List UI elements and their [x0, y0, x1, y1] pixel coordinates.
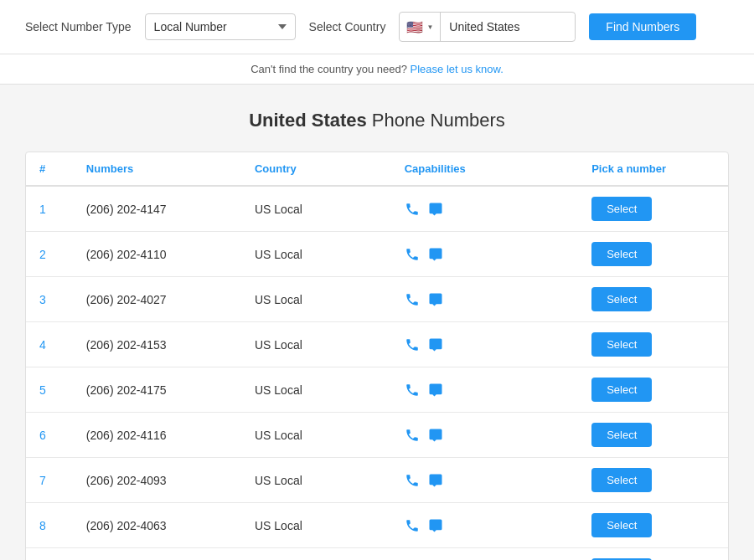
- row-pick: Select: [578, 367, 728, 413]
- row-country: US Local: [241, 232, 391, 277]
- row-country: US Local: [241, 458, 391, 503]
- flag-icon: 🇺🇸: [406, 19, 423, 35]
- row-index: 1: [26, 186, 73, 232]
- row-country: US Local: [241, 277, 391, 322]
- row-number: (206) 202-4063: [73, 503, 241, 548]
- row-capabilities: [391, 503, 578, 548]
- table-row: 9 (206) 202-3931 US Local: [26, 548, 728, 561]
- row-pick: Select: [578, 548, 728, 561]
- table-row: 4 (206) 202-4153 US Local: [26, 322, 728, 367]
- chat-icon: [428, 428, 443, 443]
- country-label: Select Country: [309, 20, 386, 33]
- country-input-wrapper: 🇺🇸 ▼: [399, 12, 576, 42]
- find-numbers-button[interactable]: Find Numbers: [589, 13, 696, 40]
- country-text-input[interactable]: [441, 14, 575, 39]
- header-hash: #: [26, 152, 73, 186]
- table-row: 7 (206) 202-4093 US Local: [26, 458, 728, 503]
- header-numbers: Numbers: [73, 152, 241, 186]
- row-pick: Select: [578, 413, 728, 458]
- chat-icon: [428, 202, 443, 217]
- chat-icon: [428, 247, 443, 262]
- flag-caret-icon: ▼: [426, 23, 433, 31]
- row-index: 4: [26, 322, 73, 367]
- flag-dropdown[interactable]: 🇺🇸 ▼: [400, 13, 441, 41]
- phone-icon: [405, 428, 420, 443]
- number-type-label: Select Number Type: [25, 20, 132, 33]
- row-capabilities: [391, 367, 578, 413]
- row-country: US Local: [241, 186, 391, 232]
- select-button[interactable]: Select: [591, 423, 652, 447]
- chat-icon: [428, 383, 443, 398]
- select-button[interactable]: Select: [591, 468, 652, 492]
- row-pick: Select: [578, 458, 728, 503]
- header-capabilities: Capabilities: [391, 152, 578, 186]
- row-capabilities: [391, 232, 578, 277]
- row-country: US Local: [241, 548, 391, 561]
- table-row: 2 (206) 202-4110 US Local: [26, 232, 728, 277]
- table-row: 5 (206) 202-4175 US Local: [26, 367, 728, 413]
- row-country: US Local: [241, 322, 391, 367]
- main-content: United States Phone Numbers # Numbers Co…: [0, 85, 754, 560]
- row-pick: Select: [578, 322, 728, 367]
- row-number: (206) 202-4116: [73, 413, 241, 458]
- row-pick: Select: [578, 503, 728, 548]
- row-capabilities: [391, 186, 578, 232]
- phone-numbers-table-container: # Numbers Country Capabilities Pick a nu…: [25, 152, 729, 560]
- table-header-row: # Numbers Country Capabilities Pick a nu…: [26, 152, 728, 186]
- row-capabilities: [391, 458, 578, 503]
- row-index: 8: [26, 503, 73, 548]
- phone-icon: [405, 202, 420, 217]
- chat-icon: [428, 473, 443, 488]
- row-number: (206) 202-4027: [73, 277, 241, 322]
- row-country: US Local: [241, 413, 391, 458]
- row-number: (206) 202-4110: [73, 232, 241, 277]
- phone-icon: [405, 247, 420, 262]
- row-pick: Select: [578, 232, 728, 277]
- top-bar: Select Number Type Local Number Toll Fre…: [0, 0, 754, 54]
- phone-icon: [405, 292, 420, 307]
- row-capabilities: [391, 548, 578, 561]
- row-country: US Local: [241, 503, 391, 548]
- row-index: 6: [26, 413, 73, 458]
- row-number: (206) 202-4153: [73, 322, 241, 367]
- row-number: (206) 202-3931: [73, 548, 241, 561]
- row-index: 2: [26, 232, 73, 277]
- select-button[interactable]: Select: [591, 287, 652, 311]
- number-type-select[interactable]: Local Number Toll Free Mobile: [145, 13, 296, 40]
- header-pick: Pick a number: [578, 152, 728, 186]
- row-capabilities: [391, 413, 578, 458]
- page-title: United States Phone Numbers: [25, 110, 729, 131]
- select-button[interactable]: Select: [591, 197, 652, 221]
- phone-numbers-table: # Numbers Country Capabilities Pick a nu…: [26, 152, 728, 560]
- chat-icon: [428, 337, 443, 352]
- select-button[interactable]: Select: [591, 378, 652, 402]
- page-title-bold: United States: [249, 110, 367, 131]
- row-capabilities: [391, 322, 578, 367]
- table-row: 3 (206) 202-4027 US Local: [26, 277, 728, 322]
- row-index: 3: [26, 277, 73, 322]
- row-index: 7: [26, 458, 73, 503]
- table-row: 6 (206) 202-4116 US Local: [26, 413, 728, 458]
- table-row: 1 (206) 202-4147 US Local: [26, 186, 728, 232]
- cant-find-text: Can't find the country you need?: [250, 63, 407, 75]
- phone-icon: [405, 473, 420, 488]
- row-number: (206) 202-4147: [73, 186, 241, 232]
- header-country: Country: [241, 152, 391, 186]
- row-index: 9: [26, 548, 73, 561]
- row-index: 5: [26, 367, 73, 413]
- page-title-rest: Phone Numbers: [367, 110, 505, 131]
- please-let-us-know-link[interactable]: Please let us know.: [411, 63, 504, 75]
- row-country: US Local: [241, 367, 391, 413]
- select-button[interactable]: Select: [591, 332, 652, 357]
- table-row: 8 (206) 202-4063 US Local: [26, 503, 728, 548]
- row-number: (206) 202-4175: [73, 367, 241, 413]
- row-pick: Select: [578, 277, 728, 322]
- row-pick: Select: [578, 186, 728, 232]
- row-capabilities: [391, 277, 578, 322]
- select-button[interactable]: Select: [591, 242, 652, 266]
- phone-icon: [405, 383, 420, 398]
- select-button[interactable]: Select: [591, 513, 652, 537]
- cant-find-bar: Can't find the country you need? Please …: [0, 54, 754, 85]
- chat-icon: [428, 292, 443, 307]
- phone-icon: [405, 337, 420, 352]
